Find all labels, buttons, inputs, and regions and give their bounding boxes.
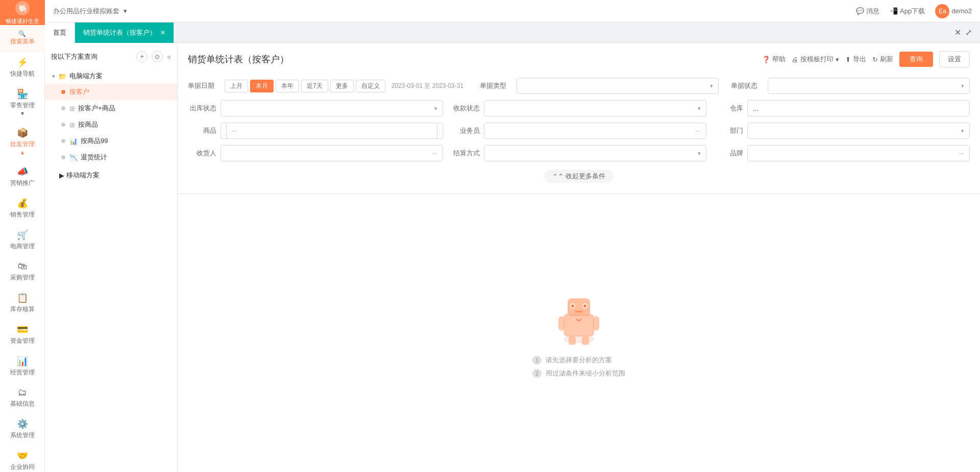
header-breadcrumb: 办公用品行业模拟账套 ▾ (53, 7, 127, 16)
out-status-select[interactable]: ▾ (220, 100, 443, 116)
template-print-button[interactable]: 🖨 按模板打印 ▾ (792, 55, 839, 64)
sidebar-item-purchase[interactable]: 🛍 采购管理 (0, 256, 45, 287)
date-more-button[interactable]: 更多 (330, 80, 354, 92)
payment-status-field: 收款状态 ▾ (451, 100, 706, 116)
cooperation-label: 企业协同 (10, 463, 35, 471)
sidebar-item-marketing[interactable]: 📣 营销推广 (0, 161, 45, 193)
dept-label: 部门 (715, 126, 743, 135)
sidebar-item-wholesale[interactable]: 📦 批发管理 ▴ (0, 122, 45, 161)
filter-area: 单据日期 上月 本月 本年 近7天 更多 自定义 2023-03-01 至 20… (178, 72, 980, 194)
collapse-label: 收起更多条件 (566, 172, 605, 181)
setting-scheme-button[interactable]: ⊙ (152, 51, 163, 62)
date-button-group: 上月 本月 本年 近7天 更多 自定义 2023-03-01 至 2023-03… (225, 80, 463, 92)
goods-input[interactable]: ··· (220, 123, 443, 139)
sidebar-item-retail[interactable]: 🏪 零售管理 ▾ (0, 83, 45, 122)
dept-arrow-icon: ▾ (961, 128, 964, 134)
tab-home[interactable]: 首页 (45, 22, 75, 43)
left-panel-actions: + ⊙ « (136, 51, 171, 62)
scheme-return-stats[interactable]: 📉 退货统计 (45, 149, 177, 166)
sidebar-item-operations[interactable]: 📊 经营管理 (0, 350, 45, 382)
query-button[interactable]: 查询 (899, 52, 933, 67)
sidebar-item-system[interactable]: ⚙️ 系统管理 (0, 413, 45, 445)
settlement-select[interactable]: ▾ (484, 145, 706, 161)
tab-sales-stats-label: 销货单统计表（按客户） (83, 28, 156, 37)
date-last-month-button[interactable]: 上月 (225, 80, 248, 92)
page-title-bar: 销货单统计表（按客户） ❓ 帮助 🖨 按模板打印 ▾ ⬆ 导出 (178, 43, 980, 72)
inactive-dot-icon3 (61, 139, 65, 143)
desktop-group-header[interactable]: ▼ 📁 电脑端方案 (45, 68, 177, 84)
brand-field: 品牌 ··· (715, 145, 970, 161)
mobile-group-label: 移动端方案 (66, 171, 100, 180)
svg-rect-9 (575, 311, 583, 313)
warehouse-input[interactable]: ... (747, 100, 970, 116)
app-download-button[interactable]: 📲 App下载 (890, 7, 925, 16)
mobile-group-header[interactable]: ▶ 移动端方案 (45, 168, 177, 183)
sidebar-item-inventory[interactable]: 📋 库存核算 (0, 287, 45, 319)
svg-rect-10 (558, 316, 565, 331)
setting-icon: ⊙ (155, 53, 160, 60)
sidebar-item-ecommerce[interactable]: 🛒 电商管理 (0, 224, 45, 256)
filter-row-3: 商品 ··· 业务员 ··· 部门 (188, 123, 970, 139)
dept-select[interactable]: ▾ (747, 123, 970, 139)
inactive-dot-icon (61, 106, 65, 110)
help-button[interactable]: ❓ 帮助 (762, 55, 786, 64)
breadcrumb-arrow-icon[interactable]: ▾ (124, 7, 127, 15)
message-label: 消息 (866, 7, 879, 16)
date-this-year-button[interactable]: 本年 (276, 80, 299, 92)
payment-status-select[interactable]: ▾ (484, 100, 706, 116)
export-button[interactable]: ⬆ 导出 (845, 55, 866, 64)
sidebar-item-quicknav[interactable]: ⚡ 快捷导航 (0, 52, 45, 83)
warehouse-placeholder: ... (753, 105, 758, 112)
collapse-panel-button[interactable]: « (167, 53, 171, 61)
scheme-by-goods99[interactable]: 📊 按商品99 (45, 133, 177, 149)
date-custom-button[interactable]: 自定义 (356, 80, 385, 92)
doc-status-select[interactable]: ▾ (768, 78, 970, 94)
ecommerce-label: 电商管理 (10, 242, 35, 251)
refresh-button[interactable]: ↻ 刷新 (872, 55, 893, 64)
user-profile[interactable]: Ea demo2 (935, 4, 972, 18)
staff-field: 业务员 ··· (451, 123, 706, 139)
scheme-by-customer[interactable]: 按客户 (45, 84, 177, 100)
date-this-month-button[interactable]: 本月 (250, 80, 274, 92)
tab-close-button[interactable]: ✕ (160, 29, 165, 36)
collapse-filters-button[interactable]: ⌃⌃ 收起更多条件 (544, 170, 614, 183)
sidebar: 畅 畅捷通好生意 🔍 搜索菜单 ⚡ 快捷导航 🏪 零售管理 ▾ 📦 批发管理 ▴… (0, 0, 45, 472)
inactive-dot-icon2 (61, 123, 65, 127)
window-maximize-button[interactable]: ⤢ (965, 28, 972, 37)
tip1-number: 1 (532, 356, 542, 365)
sidebar-item-basic[interactable]: 🗂 基础信息 (0, 382, 45, 413)
scheme-by-customer-goods[interactable]: ⊞ 按客户+商品 (45, 100, 177, 116)
help-icon: ❓ (762, 56, 770, 63)
receiver-label: 收货人 (188, 149, 216, 158)
staff-input[interactable]: ··· (484, 123, 706, 139)
receiver-input[interactable]: ··· (220, 145, 443, 161)
sidebar-item-cooperation[interactable]: 🤝 企业协同 (0, 445, 45, 472)
out-status-field: 出库状态 ▾ (188, 100, 443, 116)
search-icon: 🔍 (18, 30, 26, 37)
date-range-text: 2023-03-01 至 2023-03-31 (391, 82, 463, 90)
settings-button[interactable]: 设置 (939, 51, 970, 67)
sidebar-item-sales[interactable]: 💰 销售管理 (0, 193, 45, 224)
window-close-button[interactable]: ✕ (954, 28, 961, 37)
dept-field: 部门 ▾ (715, 123, 970, 139)
message-button[interactable]: 💬 消息 (856, 7, 879, 16)
tab-sales-stats[interactable]: 销货单统计表（按客户） ✕ (75, 22, 174, 43)
print-arrow-icon: ▾ (836, 56, 839, 63)
svg-rect-13 (582, 337, 589, 345)
warehouse-label: 仓库 (715, 104, 743, 113)
quicknav-icon: ⚡ (17, 57, 28, 68)
search-menu-item[interactable]: 🔍 搜索菜单 (0, 25, 45, 52)
doc-type-select[interactable]: ▾ (517, 78, 719, 94)
brand-input[interactable]: ··· (747, 145, 970, 161)
page-title: 销货单统计表（按客户） (188, 53, 289, 65)
retail-icon: 🏪 (17, 88, 28, 100)
settlement-field: 结算方式 ▾ (451, 145, 706, 161)
add-scheme-button[interactable]: + (136, 51, 148, 62)
date-label: 单据日期 (188, 81, 216, 90)
empty-state: 1 请先选择要分析的方案 2 用过滤条件来缩小分析范围 (178, 194, 980, 472)
settlement-label: 结算方式 (451, 149, 480, 158)
scheme-by-goods[interactable]: ⊞ 按商品 (45, 116, 177, 133)
sidebar-item-finance[interactable]: 💳 资金管理 (0, 319, 45, 350)
empty-tip-2: 2 用过滤条件来缩小分析范围 (532, 369, 625, 378)
date-last7days-button[interactable]: 近7天 (301, 80, 328, 92)
